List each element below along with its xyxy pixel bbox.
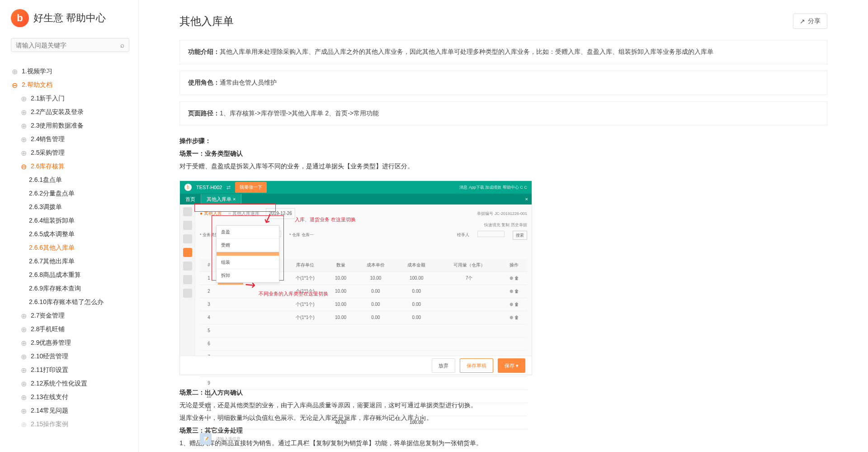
nav-label: 2.11打印设置 (31, 366, 68, 374)
nav-2-4[interactable]: ⊕2.4销售管理 (11, 133, 129, 146)
nav-label: 2.4销售管理 (31, 135, 65, 143)
table-row: 6 (200, 338, 527, 351)
page-header: 其他入库单 ↗ 分享 (179, 14, 827, 29)
nav-2-15[interactable]: ⊕2.15操作案例 (11, 418, 129, 431)
plus-icon: ⊕ (20, 366, 27, 374)
nav-label: 2.6.9库存账本查询 (29, 285, 81, 293)
nav-2-6-6[interactable]: 2.6.6其他入库单 (11, 241, 129, 255)
annotation-text-2: 不同业务的入库类型在这里切换 (259, 289, 328, 299)
nav-2-6-3[interactable]: 2.6.3调拨单 (11, 200, 129, 214)
nav-2-6-5[interactable]: 2.6.5成本调整单 (11, 228, 129, 241)
plus-icon: ⊕ (20, 421, 27, 428)
intro-label: 功能介绍： (188, 48, 220, 55)
sp-label-wh: 仓库 (292, 233, 300, 237)
nav-label: 2.1新手入门 (31, 95, 65, 103)
main-content: 其他入库单 ↗ 分享 功能介绍：其他入库单用来处理除采购入库、产成品入库之外的其… (139, 0, 868, 452)
nav-2-6-1[interactable]: 2.6.1盘点单 (11, 173, 129, 187)
sp-dd-opt: 受赠 (217, 239, 279, 252)
minus-icon: ⊖ (20, 163, 27, 170)
nav-2-7[interactable]: ⊕2.7资金管理 (11, 309, 129, 323)
sp-tab-current: 其他入库单 × (201, 194, 241, 204)
th-amount: 成本金额 (396, 259, 437, 272)
nav-2-8[interactable]: ⊕2.8手机旺铺 (11, 323, 129, 336)
nav-2-10[interactable]: ⊕2.10经营管理 (11, 350, 129, 363)
sp-btn-draft: 保存草稿 (460, 358, 493, 373)
nav-2-6-9[interactable]: 2.6.9库存账本查询 (11, 282, 129, 295)
nav-2-14[interactable]: ⊕2.14常见问题 (11, 404, 129, 418)
search-icon[interactable]: ⌕ (120, 41, 124, 49)
page-title: 其他入库单 (179, 14, 234, 29)
logo-icon: b (11, 9, 29, 27)
nav-label: 2.6库存核算 (31, 162, 65, 171)
share-button[interactable]: ↗ 分享 (793, 14, 827, 29)
nav-2-6[interactable]: ⊖2.6库存核算 (11, 160, 129, 173)
plus-icon: ⊕ (20, 136, 27, 143)
nav-label: 2.7资金管理 (31, 312, 65, 320)
nav-label: 2.10经营管理 (31, 352, 68, 361)
intro-text: 其他入库单用来处理除采购入库、产成品入库之外的其他入库业务，因此其他入库单可处理… (220, 48, 713, 55)
search-box[interactable]: ⌕ (11, 38, 129, 52)
search-input[interactable] (16, 42, 120, 49)
sp-logo-icon: b (184, 184, 192, 191)
th-avail: 可用量（仓库） (437, 259, 501, 272)
nav-2-3[interactable]: ⊕2.3使用前数据准备 (11, 119, 129, 133)
nav-2-6-7[interactable]: 2.6.7其他出库单 (11, 255, 129, 268)
nav-2-9[interactable]: ⊕2.9优惠券管理 (11, 336, 129, 350)
nav-2-13[interactable]: ⊕2.13在线支付 (11, 390, 129, 404)
sp-account: TEST-H002 (196, 182, 222, 192)
sp-left-rail (180, 205, 195, 356)
nav-2-6-10[interactable]: 2.6.10库存账本错了怎么办 (11, 295, 129, 309)
nav-2-6-4[interactable]: 2.6.4组装拆卸单 (11, 214, 129, 228)
sp-rail-icon (183, 221, 192, 230)
logo-row: b 好生意 帮助中心 (11, 9, 129, 27)
path-box: 页面路径：1、库存核算->库存管理->其他入库单 2、首页->常用功能 (179, 101, 827, 126)
nav-2-1[interactable]: ⊕2.1新手入门 (11, 92, 129, 105)
nav-help-docs[interactable]: ⊖2.帮助文档 (11, 78, 129, 92)
intro-box: 功能介绍：其他入库单用来处理除采购入库、产成品入库之外的其他入库业务，因此其他入… (179, 40, 827, 64)
nav-label: 2.5采购管理 (31, 149, 65, 157)
sp-tab-home: 首页 (180, 194, 201, 204)
table-row: 3个(1*1个)10.000.000.00⊕ 🗑 (200, 298, 527, 311)
plus-icon: ⊕ (20, 394, 27, 401)
sp-topbar: b TEST-H002 ⇄ 我要做一下 消息 App下载 加成绩效 帮助中心 C… (180, 181, 532, 194)
sp-btn-discard: 放弃 (432, 358, 455, 373)
sp-dd-opt: 盘盈 (217, 226, 279, 239)
sp-dd-opt: 组装 (217, 256, 279, 269)
nav-label: 1.视频学习 (22, 67, 52, 76)
nav-2-6-8[interactable]: 2.6.8商品成本重算 (11, 268, 129, 282)
sp-rail-icon-active (183, 248, 192, 257)
sp-rail-icon (183, 207, 192, 216)
nav-label: 2.6.6其他入库单 (29, 244, 75, 252)
minus-icon: ⊖ (11, 81, 18, 89)
share-label: 分享 (808, 17, 821, 25)
sp-close-icon: × (522, 194, 532, 204)
sp-tabbar: 首页 其他入库单 × × (180, 194, 532, 205)
nav-label: 2.2产品安装及登录 (31, 108, 84, 116)
sp-rail-icon (183, 262, 192, 271)
path-label: 页面路径： (188, 109, 220, 117)
nav-2-5[interactable]: ⊕2.5采购管理 (11, 146, 129, 160)
nav-label: 2.6.10库存账本错了怎么办 (29, 298, 104, 306)
plus-icon: ⊕ (20, 339, 27, 347)
plus-icon: ⊕ (20, 95, 27, 102)
plus-icon: ⊕ (20, 109, 27, 116)
nav-2-6-2[interactable]: 2.6.2分量盘点单 (11, 187, 129, 200)
nav-label: 2.15操作案例 (31, 420, 68, 428)
sp-label-owner: 经手人 (457, 231, 469, 240)
sp-dropdown: 盘盈 受赠 组装 拆卸 (216, 225, 279, 283)
nav-2-12[interactable]: ⊕2.12系统个性化设置 (11, 377, 129, 390)
plus-icon: ⊕ (20, 122, 27, 129)
th-price: 成本单价 (355, 259, 396, 272)
table-row: 11 (200, 403, 527, 416)
sp-body: ● 其他入库 ○ 其他入库退库 2019-12-26 单据编号 JC-20191… (180, 205, 532, 356)
nav-2-2[interactable]: ⊕2.2产品安装及登录 (11, 105, 129, 119)
th-unit: 库存单位 (284, 259, 326, 272)
sp-dd-opt: 拆卸 (217, 269, 279, 282)
sp-rail-icon (183, 289, 192, 298)
nav-label: 2.14常见问题 (31, 407, 68, 415)
nav-2-11[interactable]: ⊕2.11打印设置 (11, 363, 129, 377)
nav-label: 2.帮助文档 (22, 81, 52, 89)
nav-video-learning[interactable]: ⊕1.视频学习 (11, 65, 129, 78)
steps-title: 操作步骤： (179, 134, 827, 147)
role-box: 使用角色：通常由仓管人员维护 (179, 71, 827, 95)
